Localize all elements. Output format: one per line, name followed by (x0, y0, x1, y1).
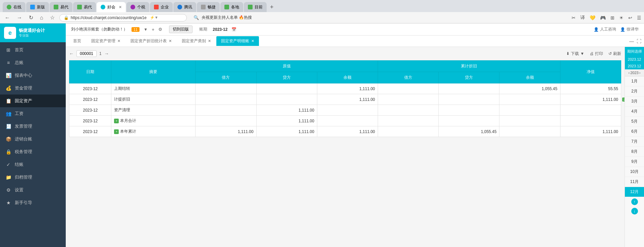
calendar-icon[interactable]: 📅 (231, 27, 236, 32)
top-bar-actions: 👤 人工咨询 👤 徐译华 (594, 26, 639, 32)
tab-asset-category[interactable]: 固定资产类别 ✕ (177, 36, 216, 46)
dropdown-arrow[interactable]: ▼ (144, 27, 148, 32)
period-month-11[interactable]: 11月 (625, 177, 644, 187)
period-month-4[interactable]: 4月 (625, 107, 644, 117)
add-icon[interactable]: + (152, 27, 154, 32)
period-month-6[interactable]: 6月 (625, 127, 644, 137)
browser-toolbar: ← → ↻ ⌂ ☆ 🔒 https://cloud.chanjet.com/ac… (0, 12, 644, 23)
cell-date: 2023-12 (69, 105, 111, 116)
download-button[interactable]: ⬇ 下载 ▼ (566, 51, 584, 57)
sidebar-item-fixed-assets[interactable]: 📋 固定资产 (0, 95, 66, 107)
maximize-tab-icon[interactable]: ⛶ (637, 39, 641, 44)
browser-tab-tencent[interactable]: 腾讯 (173, 2, 196, 12)
home-button[interactable]: ⌂ (38, 14, 45, 21)
period-month-10[interactable]: 10月 (625, 167, 644, 177)
reload-button[interactable]: ↻ (27, 14, 35, 21)
period-month-7[interactable]: 7月 (625, 137, 644, 147)
tab-home-label: 首页 (73, 38, 81, 44)
sidebar-menu: ⊞ 首页 ≡ 总账 📊 报表中心 💰 资金管理 📋 固定资产 👥 工资 (0, 42, 66, 247)
minimize-tab-icon[interactable]: — (629, 39, 634, 44)
sidebar-item-close[interactable]: ✓ 结账 (0, 158, 66, 171)
sidebar-item-tax[interactable]: 🔒 税务管理 (0, 145, 66, 158)
address-icons: ⚡▼ (150, 15, 158, 20)
sidebar-logo: e (4, 27, 16, 39)
browser-tab-qiye[interactable]: 企业 (150, 2, 173, 12)
period-month-8[interactable]: 8月 (625, 147, 644, 157)
period-month-3[interactable]: 3月 (625, 97, 644, 107)
cell-summary: 资产清理 (111, 105, 196, 116)
period-month-5[interactable]: 5月 (625, 117, 644, 127)
new-tab-button[interactable]: + (267, 2, 276, 12)
page-nav: ← 1 → (69, 50, 109, 57)
sidebar-item-ledger[interactable]: ≡ 总账 (0, 56, 66, 69)
address-bar[interactable]: 🔒 https://cloud.chanjet.com/accounting/u… (59, 14, 187, 21)
period-month-1[interactable]: 1月 (625, 76, 644, 86)
sidebar-item-guide[interactable]: ★ 新手引导 (0, 196, 66, 209)
browser-tab-online[interactable]: 在线 (3, 2, 25, 12)
grid-icon[interactable]: ⊞ (610, 15, 614, 20)
period-month-2[interactable]: 2月 (625, 86, 644, 97)
sidebar-item-reports[interactable]: 📊 报表中心 (0, 69, 66, 82)
sidebar-item-home[interactable]: ⊞ 首页 (0, 44, 66, 56)
sidebar-item-inventory[interactable]: 📦 进销台账 (0, 133, 66, 145)
browser-tab-haohui[interactable]: 好会 ✕ (97, 2, 126, 12)
cell-dep-debit (378, 116, 439, 126)
tab-close-depreciation-stats[interactable]: ✕ (169, 39, 172, 43)
cell-dep-debit (378, 126, 439, 137)
chevron-right-icon[interactable]: › (639, 71, 641, 75)
tab-depreciation-stats[interactable]: 固定资产折旧统计表 ✕ (126, 36, 176, 46)
switch-to-old-button[interactable]: 切到旧版 (169, 25, 193, 33)
bookmark-button[interactable]: ☆ (48, 14, 57, 21)
gamepad-icon[interactable]: 🎮 (600, 15, 606, 20)
tab-close-icon[interactable]: ✕ (119, 5, 122, 9)
browser-tab-gedi[interactable]: 各地 (220, 2, 243, 12)
prev-page-button[interactable]: ← (69, 51, 74, 56)
support-button[interactable]: 👤 人工咨询 (594, 26, 616, 32)
print-button[interactable]: 🖨 打印 (590, 51, 603, 57)
tab-bar-right-actions: — ⛶ (629, 39, 641, 44)
sidebar-label-archive: 归档管理 (15, 174, 32, 180)
next-page-button[interactable]: → (104, 51, 109, 56)
cell-dep-balance (499, 126, 560, 137)
settings-small-icon[interactable]: ⚙ (158, 27, 162, 32)
browser-tab-muqian[interactable]: 目前 (244, 2, 267, 12)
refresh-button[interactable]: ↺ 刷新 (608, 51, 621, 57)
sidebar-item-funds[interactable]: 💰 资金管理 (0, 82, 66, 95)
cell-orig-debit (196, 83, 256, 94)
period-month-9[interactable]: 9月 (625, 157, 644, 167)
sidebar-item-invoices[interactable]: 🧾 发票管理 (0, 120, 66, 133)
tab-home[interactable]: 首页 (68, 36, 86, 46)
sidebar-label-ledger: 总账 (15, 60, 23, 66)
wallet-icon[interactable]: 💛 (590, 15, 595, 20)
cell-dep-balance (499, 105, 560, 116)
undo-icon[interactable]: ↩ (628, 15, 632, 20)
sidebar-label-payroll: 工资 (15, 111, 23, 117)
page-number-input[interactable] (76, 50, 97, 57)
user-button[interactable]: 👤 徐译华 (620, 26, 639, 32)
tab-close-asset-category[interactable]: ✕ (208, 39, 211, 43)
browser-tab-yidai1[interactable]: 易代 (50, 2, 72, 12)
menu-icon[interactable]: ☰ (637, 15, 641, 20)
period-month-12[interactable]: 12月 (625, 187, 644, 197)
cell-orig-balance: 1,111.00 (317, 126, 378, 137)
browser-tab-yidai2[interactable]: 易代 (73, 2, 96, 12)
sun-icon[interactable]: ☀ (619, 15, 624, 20)
tab-close-fixed-asset-mgmt[interactable]: ✕ (117, 39, 120, 43)
chevron-left-icon[interactable]: ‹ (629, 71, 630, 75)
browser-tab-geshui[interactable]: 个税 (126, 2, 149, 12)
browser-tab-new[interactable]: 新版 (26, 2, 49, 12)
tab-fixed-asset-mgmt[interactable]: 固定资产管理 ✕ (87, 36, 125, 46)
scroll-up-button[interactable]: ↑ (631, 198, 638, 205)
sidebar-item-payroll[interactable]: 👥 工资 (0, 107, 66, 120)
sidebar-item-settings[interactable]: ⚙ 设置 (0, 184, 66, 196)
scissors-icon[interactable]: ✂ (572, 15, 576, 20)
browser-tab-changjie[interactable]: 畅捷 (197, 2, 220, 12)
scroll-down-button[interactable]: ↓ (631, 208, 638, 214)
sidebar-item-archive[interactable]: 📁 归档管理 (0, 171, 66, 184)
tab-asset-detail[interactable]: 固定资产明细账 ✕ (216, 36, 259, 46)
tab-asset-detail-label: 固定资产明细账 (221, 38, 249, 44)
translate-icon[interactable]: 译 (580, 15, 585, 21)
back-button[interactable]: ← (3, 14, 12, 21)
forward-button[interactable]: → (15, 14, 24, 21)
tab-close-asset-detail[interactable]: ✕ (251, 39, 254, 43)
